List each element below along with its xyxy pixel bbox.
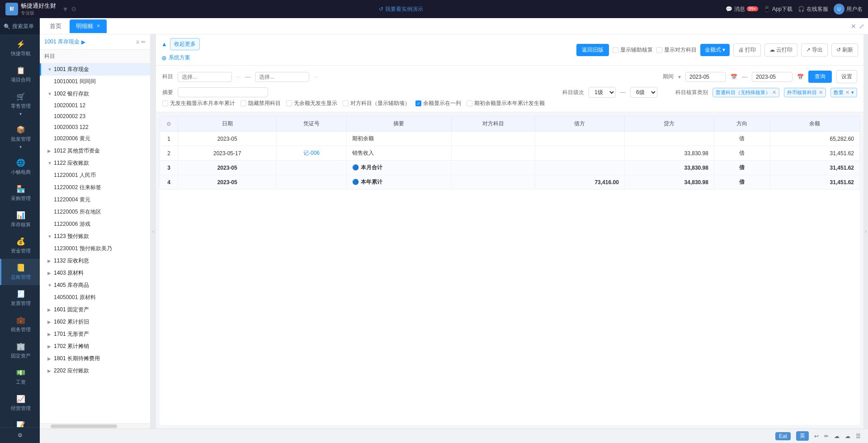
cloud-print-btn[interactable]: ☁ 云打印 xyxy=(764,43,797,57)
menu-status-icon[interactable]: ☰ xyxy=(856,433,861,439)
calendar-end-icon[interactable]: 📅 xyxy=(797,74,804,80)
period-start-input[interactable] xyxy=(685,72,726,82)
tree-item-14050001[interactable]: 14050001 原材料 xyxy=(40,291,150,304)
sidebar-item-zhangzhang[interactable]: 📒 总账管理 xyxy=(0,259,40,285)
tree-item-1801[interactable]: ▶ 1801 长期待摊费用 xyxy=(40,352,150,365)
tree-item-10020006[interactable]: 10020006 黄元 xyxy=(40,133,150,145)
kemu-input-end[interactable] xyxy=(255,72,309,82)
tree-item-1122[interactable]: ▼ 1122 应收账款 xyxy=(40,157,150,169)
tree-item-11220004[interactable]: 11220004 黄元 xyxy=(40,194,150,206)
cb-hide-disabled[interactable]: 隐藏禁用科目 xyxy=(241,100,281,107)
sidebar-item-shuiwu[interactable]: 💼 税务管理 xyxy=(0,311,40,338)
cb-no-balance[interactable]: 无发生额显示本月本年累计 xyxy=(162,100,235,107)
h-scroll[interactable] xyxy=(40,423,150,429)
sidebar-item-kucun[interactable]: 📊 库存核算 xyxy=(0,206,40,233)
sidebar-item-caigou[interactable]: 🏪 采购管理 xyxy=(0,180,40,206)
amount-btn[interactable]: 金额式 ▾ xyxy=(700,44,730,56)
back-btn[interactable]: 返回旧版 xyxy=(576,44,609,56)
sidebar-item-baoxiao[interactable]: 📝 小畅报销 xyxy=(0,416,40,427)
tree-item-1123[interactable]: ▼ 1123 预付账款 xyxy=(40,230,150,243)
settings-bottom-icon[interactable]: ⚙ xyxy=(18,432,23,438)
sidebar-item-fapiao[interactable]: 🧾 发票管理 xyxy=(0,285,40,311)
tree-item-11220005[interactable]: 11220005 所在地区 xyxy=(40,206,150,218)
tree-item-1405[interactable]: ▼ 1405 库存商品 xyxy=(40,279,150,291)
sidebar-item-lingshou[interactable]: 🛒 零售管理 ▾ xyxy=(0,88,40,121)
undo-icon[interactable]: ↩ xyxy=(814,433,819,439)
settings-icon[interactable]: ⚙ xyxy=(71,5,77,13)
sidebar-item-gongzi[interactable]: 💵 工资 xyxy=(0,364,40,390)
scheme-label[interactable]: 系统方案 xyxy=(169,54,190,62)
tree-item-1702[interactable]: ▶ 1702 累计摊销 xyxy=(40,340,150,352)
tree-item-10020001[interactable]: 10020001 12 xyxy=(40,100,150,111)
tree-item-11220001[interactable]: 11220001 人民币 xyxy=(40,169,150,181)
window-restore-icon[interactable]: ✕ xyxy=(851,23,856,30)
cb-opening[interactable]: 期初余额显示本年累计发生额 xyxy=(467,100,545,107)
query-btn[interactable]: 查询 xyxy=(808,71,832,83)
sidebar-item-xiangmu[interactable]: 📋 项目合同 xyxy=(0,62,40,88)
breadcrumb[interactable]: 1001 库存现金 ▶ xyxy=(44,38,134,46)
tree-item-1132[interactable]: ▶ 1132 应收利息 xyxy=(40,255,150,267)
tag-normal-close-icon[interactable]: ✕ xyxy=(772,90,776,95)
show-opposite-checkbox[interactable]: 显示对方科目 xyxy=(656,46,697,54)
sidebar-item-jingying[interactable]: 📈 经营管理 xyxy=(0,390,40,416)
sidebar-item-kuaijie[interactable]: ⚡ 快捷导航 xyxy=(0,35,40,62)
tree-item-10010001[interactable]: 10010001 同同同 xyxy=(40,76,150,88)
tree-item-1001[interactable]: ▼ 1001 库存现金 xyxy=(40,63,150,76)
tag-qty-close-icon[interactable]: ✕ xyxy=(845,90,849,95)
tab-home[interactable]: 首页 xyxy=(43,19,68,33)
calendar-start-icon[interactable]: 📅 xyxy=(731,74,737,80)
cloud2-status-icon[interactable]: ☁ xyxy=(845,433,850,439)
tree-item-1403[interactable]: ▶ 1403 原材料 xyxy=(40,267,150,279)
summary-input[interactable] xyxy=(178,87,268,97)
tree-item-11220006[interactable]: 11220006 游戏 xyxy=(40,218,150,230)
tree-item-11220002[interactable]: 11220002 往来标签 xyxy=(40,181,150,194)
edit-status-icon[interactable]: ✏ xyxy=(824,433,829,439)
table-header-settings[interactable]: ⚙ xyxy=(160,116,178,132)
sidebar-item-xiaochang[interactable]: 🌐 小畅电商 xyxy=(0,154,40,180)
level-to-select[interactable]: 6级5级4级 xyxy=(630,87,657,98)
tree-item-10020003[interactable]: 10020003 122 xyxy=(40,122,150,133)
export-btn[interactable]: ↗ 导出 xyxy=(801,43,828,57)
tree-item-10020002[interactable]: 10020002 23 xyxy=(40,111,150,122)
cb-balance-col[interactable]: ✓ 余额显示在一列 xyxy=(415,100,461,107)
period-dropdown-icon[interactable]: ▾ xyxy=(678,74,681,80)
show-aux-checkbox[interactable]: 显示辅助核算 xyxy=(613,46,653,54)
window-min-icon[interactable]: ▾ xyxy=(63,4,67,14)
period-end-input[interactable] xyxy=(752,72,793,82)
tree-item-1012[interactable]: ▶ 1012 其他货币资金 xyxy=(40,145,150,157)
window-max-icon[interactable]: ⤢ xyxy=(859,23,864,30)
tree-item-1701[interactable]: ▶ 1701 无形资产 xyxy=(40,328,150,340)
demo-link[interactable]: ↺ 我要看实例演示 xyxy=(379,5,423,13)
user-area[interactable]: U 用户名 xyxy=(834,4,863,14)
collapse-right-btn[interactable]: › xyxy=(863,34,868,429)
sidebar-bottom[interactable]: ⚙ xyxy=(0,427,40,443)
print-btn[interactable]: 🖨 打印 xyxy=(733,43,761,57)
online-service-btn[interactable]: 🎧 在线客服 xyxy=(798,5,828,13)
sidebar-search[interactable]: 🔍 搜索菜单 xyxy=(0,18,40,35)
cloud-status-icon[interactable]: ☁ xyxy=(834,433,840,439)
list-icon[interactable]: ≡ xyxy=(136,39,139,45)
expand-more-btn[interactable]: 收起更多 xyxy=(170,38,200,50)
tree-item-1602[interactable]: ▶ 1602 累计折旧 xyxy=(40,316,150,328)
tab-close-icon[interactable]: ✕ xyxy=(96,23,100,29)
app-download-btn[interactable]: 📱 App下载 xyxy=(764,5,793,13)
cb-no-balance2[interactable]: 无余额无发生显示 xyxy=(286,100,337,107)
collapse-panel-btn[interactable]: ‹ xyxy=(151,34,156,429)
setting-btn[interactable]: 设置 xyxy=(836,70,857,83)
tag-foreign-close-icon[interactable]: ✕ xyxy=(819,90,823,95)
voucher-link[interactable]: 记-006 xyxy=(303,150,320,156)
sidebar-item-pifa[interactable]: 📦 批发管理 ▾ xyxy=(0,121,40,154)
edit-icon[interactable]: ✏ xyxy=(141,39,146,45)
lang-btn[interactable]: 英 xyxy=(796,431,809,441)
cell-voucher[interactable]: 记-006 xyxy=(277,146,346,161)
tree-item-1002[interactable]: ▼ 1002 银行存款 xyxy=(40,88,150,100)
tab-detail[interactable]: 明细账 ✕ xyxy=(70,19,107,33)
kemu-input-start[interactable] xyxy=(178,72,232,82)
tree-item-11230001[interactable]: 11230001 预付账款美乃 xyxy=(40,243,150,255)
tree-item-1601[interactable]: ▶ 1601 固定资产 xyxy=(40,304,150,316)
eat-btn[interactable]: Eat xyxy=(775,432,791,440)
message-btn[interactable]: 💬 消息 99+ xyxy=(726,5,758,13)
level-from-select[interactable]: 1级2级3级 xyxy=(589,87,616,98)
cb-opposite[interactable]: 对方科目（显示辅助项） xyxy=(343,100,410,107)
tree-item-2202[interactable]: ▶ 2202 应付账款 xyxy=(40,365,150,377)
